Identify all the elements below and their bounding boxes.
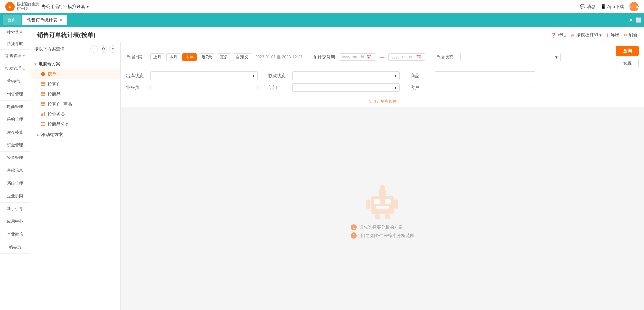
- svg-rect-11: [41, 102, 43, 104]
- tab-close-icon[interactable]: ✕: [59, 18, 63, 22]
- header-right: 💬 消息 📱 App下载 demo2: [580, 2, 639, 11]
- customer-input[interactable]: ···: [435, 86, 535, 89]
- svg-rect-10: [43, 95, 45, 96]
- date-btn-last-7-days[interactable]: 近7天: [199, 53, 215, 61]
- date-range-text: 2023-01-01 至 2023-12-31: [255, 54, 303, 60]
- by-customer-goods-icon: [40, 102, 46, 107]
- sidebar-item-search[interactable]: 搜索菜单: [0, 27, 30, 38]
- empty-illustration: [362, 179, 402, 220]
- payment-status-label: 收款状态: [268, 73, 288, 79]
- sidebar-item-operations[interactable]: 经营管理: [0, 152, 30, 164]
- window-maximize-btn[interactable]: ⬜: [636, 17, 641, 23]
- message-btn[interactable]: 💬 消息: [580, 4, 595, 10]
- tab-bar: 首页 销售订单统计表 ✕ ✕ ⬜: [0, 13, 644, 27]
- print-chevron-icon: [599, 33, 602, 38]
- logo-text: 畅捷通好生意 标准版: [17, 2, 39, 11]
- calendar2-icon: 📅: [416, 55, 421, 59]
- payment-status-select[interactable]: [292, 71, 400, 80]
- sidebar-item-enterprise-wechat[interactable]: 企业微信: [0, 228, 30, 241]
- date-btn-this-year[interactable]: 本年: [182, 53, 197, 61]
- add-plan-btn[interactable]: +: [90, 45, 98, 53]
- filter-row-2: 出库状态 收款状态 商品 ···: [126, 71, 639, 80]
- avatar[interactable]: demo2: [629, 2, 639, 11]
- pc-plans-header[interactable]: ▾ 电脑端方案: [30, 59, 120, 69]
- collapse-panel-btn[interactable]: «: [109, 45, 116, 53]
- goods-input[interactable]: ···: [435, 71, 535, 80]
- by-salesperson-icon: [40, 112, 46, 117]
- collapse-more-conditions-btn[interactable]: ∧ 收起更多条件: [121, 96, 644, 107]
- account-selector[interactable]: 办公用品行业模拟账套: [42, 4, 89, 10]
- main-layout: 搜索菜单 快捷导航 零售管理 批发管理 ▴ 营销推广 销售管理 电商管理 采购管…: [0, 27, 644, 310]
- sidebar-item-finance[interactable]: 资金管理: [0, 139, 30, 152]
- query-btn[interactable]: 查询: [616, 46, 639, 56]
- svg-rect-29: [375, 214, 380, 219]
- by-customer-icon: [40, 82, 46, 87]
- single-status-select[interactable]: [460, 53, 561, 61]
- sidebar-item-marketing[interactable]: 营销推广: [0, 75, 30, 88]
- svg-rect-21: [371, 196, 394, 214]
- sidebar-item-newbie[interactable]: 新手引导: [0, 203, 30, 215]
- date-btn-last-month[interactable]: 上月: [150, 53, 164, 61]
- svg-rect-20: [41, 125, 45, 126]
- settings-btn[interactable]: 设置: [616, 58, 639, 68]
- sidebar-item-wholesale[interactable]: 批发管理 ▴: [0, 62, 30, 75]
- expected-delivery-end-input[interactable]: yyyy-mm-dd 📅: [388, 53, 425, 61]
- empty-tip-1: 1 请先选择要分析的方案: [351, 224, 414, 230]
- sidebar-item-purchase[interactable]: 采购管理: [0, 113, 30, 126]
- plan-item-by-goods[interactable]: 按商品: [30, 89, 120, 99]
- template-print-btn[interactable]: 🖨 按模板打印: [571, 32, 602, 38]
- sidebar-item-basic-info[interactable]: 基础信息: [0, 164, 30, 177]
- plan-item-by-customer-goods[interactable]: 按客户+商品: [30, 99, 120, 109]
- date-separator: —: [380, 55, 384, 60]
- plan-item-by-customer[interactable]: 按客户: [30, 79, 120, 89]
- help-btn[interactable]: ❓ 帮助: [551, 32, 567, 38]
- refresh-btn[interactable]: ↻ 刷新: [624, 32, 637, 38]
- shipping-status-select[interactable]: [150, 71, 258, 80]
- export-btn[interactable]: ⬇ 导出: [606, 32, 620, 38]
- department-select[interactable]: [292, 83, 400, 92]
- svg-point-2: [41, 72, 45, 76]
- svg-rect-22: [374, 199, 380, 204]
- window-minimize-btn[interactable]: ✕: [629, 17, 633, 23]
- expected-delivery-label: 预计交货期: [313, 54, 335, 60]
- plan-item-by-order[interactable]: 按单: [30, 69, 120, 79]
- svg-rect-23: [385, 199, 391, 204]
- expected-delivery-start-input[interactable]: yyyy-mm-dd 📅: [339, 53, 376, 61]
- app-download-btn[interactable]: 📱 App下载: [601, 4, 624, 10]
- calendar-icon: 📅: [367, 55, 372, 59]
- mobile-plans-group: ▸ 移动端方案: [30, 130, 120, 140]
- sidebar-item-retail[interactable]: 零售管理: [0, 50, 30, 62]
- help-icon: ❓: [551, 33, 556, 38]
- tab-home[interactable]: 首页: [3, 15, 21, 25]
- date-filter: 上月 本月 本年 近7天 更多 自定义: [150, 53, 251, 61]
- sidebar-item-inventory[interactable]: 库存核算: [0, 126, 30, 139]
- salesperson-label: 业务员: [126, 85, 146, 91]
- date-btn-more[interactable]: 更多: [217, 53, 231, 61]
- sidebar-item-app-center[interactable]: 应用中心: [0, 215, 30, 228]
- tab-sales-order-stats[interactable]: 销售订单统计表 ✕: [22, 15, 67, 25]
- plan-item-by-goods-category[interactable]: 按商品分类: [30, 119, 120, 130]
- by-goods-category-icon: [40, 122, 46, 127]
- logo-icon: 财: [5, 2, 15, 11]
- sidebar-item-sales[interactable]: 销售管理: [0, 88, 30, 101]
- date-btn-this-month[interactable]: 本月: [166, 53, 180, 61]
- filter-area: 单据日期 上月 本月 本年 近7天 更多 自定义 2023-01-01 至 20…: [121, 42, 644, 96]
- customer-label: 客户: [411, 85, 431, 91]
- shipping-status-label: 出库状态: [126, 73, 146, 79]
- salesperson-input[interactable]: ···: [150, 86, 258, 89]
- sidebar-item-quicknav[interactable]: 快捷导航: [0, 38, 30, 50]
- svg-rect-28: [394, 199, 398, 209]
- sidebar-item-membership[interactable]: 畅会员: [0, 241, 30, 254]
- settings-plan-btn[interactable]: ⚙: [100, 45, 107, 53]
- sidebar-item-system[interactable]: 系统管理: [0, 177, 30, 190]
- date-btn-custom[interactable]: 自定义: [233, 53, 251, 61]
- pc-plans-chevron-icon: ▾: [34, 62, 37, 67]
- plan-item-by-salesperson[interactable]: 按业务员: [30, 109, 120, 119]
- svg-rect-8: [43, 92, 45, 94]
- svg-rect-27: [366, 199, 370, 209]
- print-icon: 🖨: [571, 33, 575, 38]
- sidebar-item-ecommerce[interactable]: 电商管理: [0, 101, 30, 113]
- sidebar-item-enterprise[interactable]: 企业协同: [0, 190, 30, 203]
- mobile-plans-header[interactable]: ▸ 移动端方案: [30, 130, 120, 140]
- tab-bar-actions: ✕ ⬜: [629, 17, 641, 23]
